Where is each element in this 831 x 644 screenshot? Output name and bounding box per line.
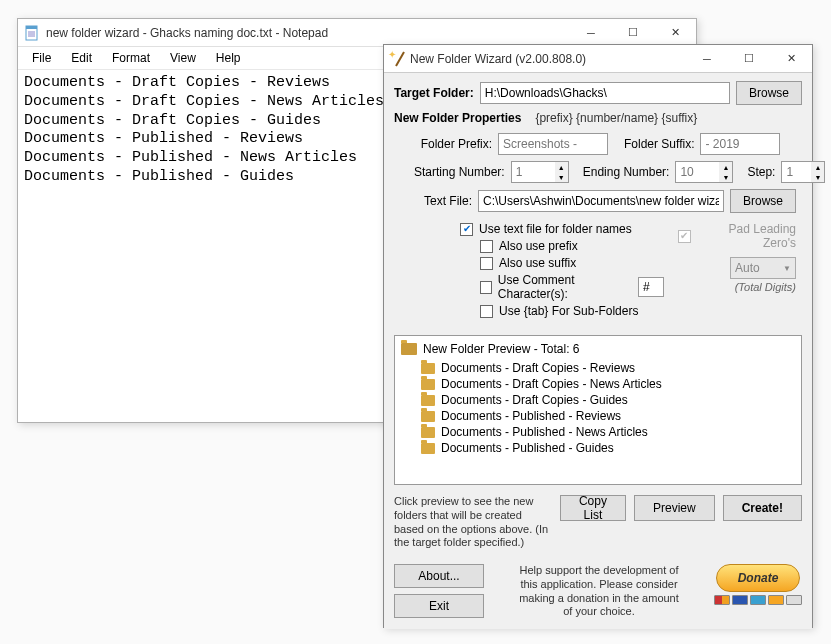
step-spinner[interactable]: ▲▼ [781, 161, 825, 183]
checkbox-icon [480, 257, 493, 270]
visa-icon [732, 595, 748, 605]
browse-textfile-button[interactable]: Browse [730, 189, 796, 213]
folder-icon [421, 443, 435, 454]
tab-subfolders-checkbox[interactable]: Use {tab} For Sub-Folders [480, 304, 664, 318]
also-prefix-checkbox[interactable]: Also use prefix [480, 239, 664, 253]
also-suffix-checkbox[interactable]: Also use suffix [480, 256, 664, 270]
preview-item[interactable]: Documents - Draft Copies - Reviews [421, 360, 797, 376]
preview-hint: Click preview to see the new folders tha… [394, 495, 552, 550]
minimize-button[interactable]: ─ [570, 19, 612, 46]
checkbox-icon [480, 305, 493, 318]
preview-item[interactable]: Documents - Draft Copies - News Articles [421, 376, 797, 392]
suffix-label: Folder Suffix: [624, 137, 694, 151]
copy-list-button[interactable]: Copy List [560, 495, 626, 521]
minimize-button[interactable]: ─ [686, 45, 728, 72]
create-button[interactable]: Create! [723, 495, 802, 521]
comment-char-input[interactable] [638, 277, 664, 297]
step-label: Step: [747, 165, 775, 179]
target-folder-label: Target Folder: [394, 86, 474, 100]
notepad-titlebar: new folder wizard - Ghacks naming doc.tx… [18, 19, 696, 47]
amex-icon [750, 595, 766, 605]
wizard-body: Target Folder: Browse New Folder Propert… [384, 73, 812, 629]
prefix-label: Folder Prefix: [414, 137, 492, 151]
menu-help[interactable]: Help [206, 49, 251, 67]
maximize-button[interactable]: ☐ [728, 45, 770, 72]
checkbox-icon [460, 223, 473, 236]
exit-button[interactable]: Exit [394, 594, 484, 618]
auto-digits-combo: Auto ▼ [730, 257, 796, 279]
menu-file[interactable]: File [22, 49, 61, 67]
text-file-label: Text File: [414, 194, 472, 208]
ending-number-spinner[interactable]: ▲▼ [675, 161, 733, 183]
folder-icon [401, 343, 417, 355]
preview-item[interactable]: Documents - Draft Copies - Guides [421, 392, 797, 408]
bank-icon [786, 595, 802, 605]
folder-icon [421, 379, 435, 390]
suffix-input [700, 133, 780, 155]
preview-item[interactable]: Documents - Published - Reviews [421, 408, 797, 424]
properties-header: New Folder Properties [394, 111, 521, 125]
notepad-icon [24, 25, 40, 41]
folder-icon [421, 395, 435, 406]
discover-icon [768, 595, 784, 605]
close-button[interactable]: ✕ [654, 19, 696, 46]
use-textfile-checkbox[interactable]: Use text file for folder names [460, 222, 664, 236]
about-button[interactable]: About... [394, 564, 484, 588]
folder-icon [421, 363, 435, 374]
checkbox-icon [678, 230, 691, 243]
checkbox-icon [480, 281, 492, 294]
preview-header: New Folder Preview - Total: 6 [423, 342, 580, 356]
text-file-input[interactable] [478, 190, 724, 212]
wand-icon [390, 52, 404, 66]
menu-edit[interactable]: Edit [61, 49, 102, 67]
preview-tree[interactable]: New Folder Preview - Total: 6 Documents … [394, 335, 802, 485]
chevron-down-icon: ▼ [783, 264, 791, 273]
total-digits-label: (Total Digits) [678, 281, 796, 293]
notepad-title: new folder wizard - Ghacks naming doc.tx… [46, 26, 570, 40]
menu-view[interactable]: View [160, 49, 206, 67]
preview-item[interactable]: Documents - Published - Guides [421, 440, 797, 456]
payment-cards [714, 595, 802, 605]
folder-icon [421, 411, 435, 422]
pad-zeros-checkbox: Pad Leading Zero's [678, 222, 796, 250]
mastercard-icon [714, 595, 730, 605]
starting-number-spinner[interactable]: ▲▼ [511, 161, 569, 183]
menu-format[interactable]: Format [102, 49, 160, 67]
svg-rect-1 [26, 26, 37, 29]
starting-number-label: Starting Number: [414, 165, 505, 179]
maximize-button[interactable]: ☐ [612, 19, 654, 46]
close-button[interactable]: ✕ [770, 45, 812, 72]
preview-button[interactable]: Preview [634, 495, 715, 521]
folder-icon [421, 427, 435, 438]
donate-help-text: Help support the development of this app… [514, 564, 684, 619]
donate-button[interactable]: Donate [716, 564, 800, 592]
checkbox-icon [480, 240, 493, 253]
comment-char-checkbox[interactable]: Use Comment Character(s): [480, 273, 664, 301]
preview-item[interactable]: Documents - Published - News Articles [421, 424, 797, 440]
pattern-hint: {prefix} {number/name} {suffix} [535, 111, 697, 125]
ending-number-label: Ending Number: [583, 165, 670, 179]
target-folder-input[interactable] [480, 82, 730, 104]
wizard-window: New Folder Wizard (v2.00.808.0) ─ ☐ ✕ Ta… [383, 44, 813, 628]
wizard-titlebar: New Folder Wizard (v2.00.808.0) ─ ☐ ✕ [384, 45, 812, 73]
wizard-title: New Folder Wizard (v2.00.808.0) [410, 52, 686, 66]
browse-target-button[interactable]: Browse [736, 81, 802, 105]
prefix-input [498, 133, 608, 155]
